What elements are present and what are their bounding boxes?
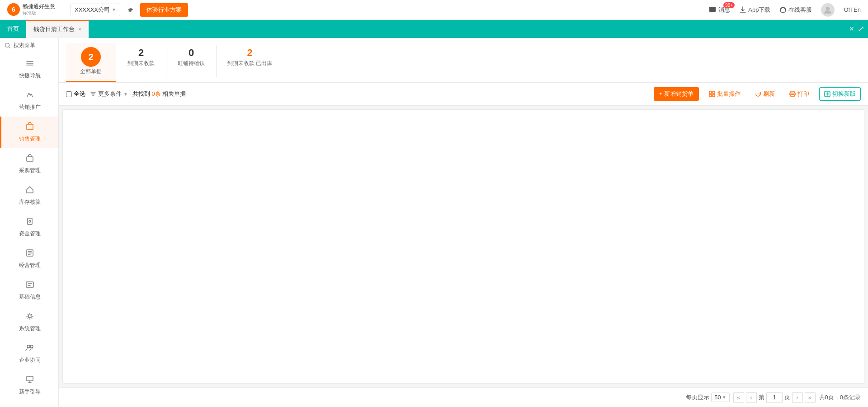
logo-name: 畅捷通好生意: [23, 3, 55, 9]
stat-tab-all[interactable]: 2 全部单据: [66, 43, 116, 82]
print-button[interactable]: 打印: [785, 88, 814, 100]
messages-button[interactable]: 消息 99+: [708, 6, 730, 14]
batch-icon: [709, 91, 715, 97]
stat-tab-wangpu[interactable]: 0 旺铺待确认: [166, 43, 216, 82]
filter-icon: [90, 91, 96, 97]
sidebar-item-app-center[interactable]: 应用中心: [0, 401, 58, 407]
header-right: 消息 99+ App下载 在线客服 OfTEn: [708, 3, 861, 17]
user-icon: [824, 6, 832, 14]
app-download-button[interactable]: App下载: [739, 6, 770, 14]
username-area[interactable]: OfTEn: [844, 6, 861, 13]
print-icon: [789, 91, 796, 97]
purchase-icon: [25, 154, 34, 165]
svg-rect-7: [28, 218, 32, 225]
svg-rect-20: [712, 94, 715, 97]
stat-num-all: 2: [88, 52, 93, 62]
stat-tab-overdue[interactable]: 2 到期未收款: [116, 43, 166, 82]
refresh-icon: [755, 91, 761, 97]
sidebar-item-guide[interactable]: 新手引导: [0, 370, 58, 401]
window-maximize-icon[interactable]: ⤢: [858, 24, 864, 34]
sidebar-item-purchase[interactable]: 采购管理: [0, 148, 58, 180]
marketing-icon: [25, 90, 34, 102]
stat-num-wangpu: 0: [189, 47, 194, 59]
company-name: XXXXXX公司: [75, 6, 110, 14]
headset-icon: [779, 6, 787, 14]
window-close-icon[interactable]: ×: [849, 24, 854, 34]
operations-icon: [25, 248, 34, 260]
per-page-label: 每页显示: [686, 393, 709, 402]
svg-rect-17: [709, 91, 712, 94]
switch-icon: [824, 91, 830, 97]
sidebar-item-base-info[interactable]: 基础信息: [0, 275, 58, 306]
settings-button[interactable]: [124, 4, 137, 16]
svg-point-12: [27, 345, 30, 348]
svg-rect-10: [26, 282, 33, 287]
gear-icon: [127, 6, 134, 14]
finance-icon: [25, 217, 34, 228]
sidebar-item-finance[interactable]: 资金管理: [0, 211, 58, 243]
company-selector[interactable]: XXXXXX公司 ▼: [71, 4, 120, 16]
tab-home[interactable]: 首页: [0, 20, 26, 38]
avatar[interactable]: [821, 3, 835, 17]
stat-label-wangpu: 旺铺待确认: [178, 60, 205, 67]
filter-button[interactable]: 更多条件 ▼: [90, 90, 128, 98]
prev-page-button[interactable]: ‹: [746, 392, 757, 403]
inventory-icon: [25, 185, 34, 196]
tab-active[interactable]: 钱货日清工作台 ×: [26, 20, 89, 38]
stat-label-shipped: 到期未收款 已出库: [227, 60, 272, 67]
total-label: 共0页，0条记录: [819, 393, 861, 402]
page-input[interactable]: [766, 392, 783, 403]
sidebar-item-sales[interactable]: 销售管理: [0, 117, 58, 148]
page-label: 第: [759, 393, 764, 402]
company-dropdown-arrow: ▼: [112, 7, 116, 12]
toolbar-left: 全选 更多条件 ▼ 共找到 0条 相关单据: [66, 90, 186, 98]
switch-version-button[interactable]: 切换新版: [819, 87, 861, 101]
svg-rect-5: [27, 124, 33, 130]
svg-point-8: [29, 220, 31, 222]
message-icon: [708, 6, 717, 14]
stat-label-overdue: 到期未收款: [127, 60, 155, 67]
toolbar: 全选 更多条件 ▼ 共找到 0条 相关单据 + 新增销货单: [59, 83, 868, 106]
system-icon: [25, 312, 34, 323]
page-size-arrow: ▼: [722, 395, 726, 400]
sidebar-item-label: 资金管理: [19, 230, 41, 238]
quick-nav-icon: [25, 59, 34, 70]
tab-close-icon[interactable]: ×: [78, 27, 81, 32]
sidebar-item-marketing[interactable]: 营销推广: [0, 85, 58, 117]
svg-rect-6: [27, 157, 33, 161]
sidebar-item-label: 库存核算: [19, 198, 41, 206]
stat-num-shipped: 2: [247, 47, 253, 59]
sidebar-item-quick-nav[interactable]: 快捷导航: [0, 53, 58, 85]
stat-label-all: 全部单据: [80, 68, 102, 75]
found-text: 共找到 0条 相关单据: [132, 90, 186, 98]
svg-rect-19: [709, 94, 712, 97]
sidebar-item-label: 企业协同: [19, 356, 41, 364]
sidebar-item-system[interactable]: 系统管理: [0, 306, 58, 338]
sidebar-item-enterprise[interactable]: 企业协同: [0, 338, 58, 370]
sidebar-search-button[interactable]: 搜索菜单: [0, 38, 58, 53]
stat-tab-shipped[interactable]: 2 到期未收款 已出库: [217, 43, 283, 82]
batch-operation-button[interactable]: 批量操作: [704, 88, 745, 100]
stats-tabs: 2 全部单据 2 到期未收款 0 旺铺待确认 2 到期未收款 已出库: [59, 38, 868, 83]
download-icon: [739, 6, 746, 14]
sidebar-item-operations[interactable]: 经营管理: [0, 243, 58, 275]
sidebar: 搜索菜单 快捷导航 营销推广 销售管理 采购管理: [0, 38, 59, 407]
select-all-checkbox[interactable]: 全选: [66, 90, 85, 98]
checkbox-all[interactable]: [66, 91, 72, 97]
sidebar-item-inventory[interactable]: 库存核算: [0, 180, 58, 211]
sidebar-item-label: 销售管理: [19, 135, 41, 143]
guide-icon: [25, 375, 34, 386]
tab-active-label: 钱货日清工作台: [33, 25, 75, 33]
next-page-button[interactable]: ›: [792, 392, 803, 403]
page-size-box[interactable]: 50 ▼: [711, 393, 729, 402]
new-order-button[interactable]: + 新增销货单: [654, 87, 699, 101]
online-service-button[interactable]: 在线客服: [779, 6, 812, 14]
last-page-button[interactable]: »: [805, 392, 816, 403]
sidebar-item-label: 新手引导: [19, 388, 41, 396]
svg-point-13: [30, 345, 33, 348]
svg-rect-2: [785, 9, 786, 11]
first-page-button[interactable]: «: [733, 392, 744, 403]
trial-button[interactable]: 体验行业方案: [140, 3, 188, 17]
tab-home-label: 首页: [7, 25, 19, 33]
refresh-button[interactable]: 刷新: [750, 88, 779, 100]
